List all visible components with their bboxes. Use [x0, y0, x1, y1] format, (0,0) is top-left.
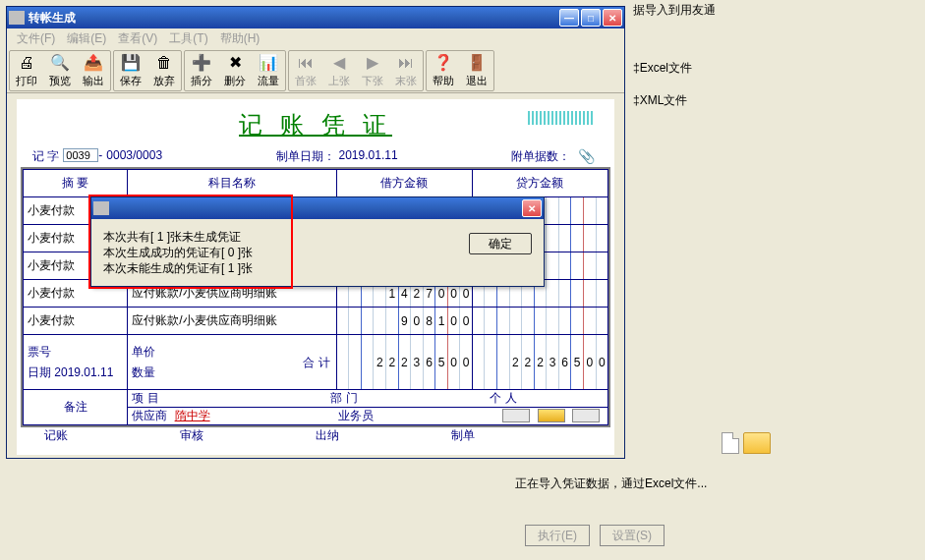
col-summary: 摘 要	[24, 170, 128, 197]
close-button[interactable]: ✕	[603, 9, 622, 27]
col-credit: 贷方金额	[472, 170, 607, 197]
preview-button[interactable]: 🔍预览	[43, 51, 77, 90]
prev-button[interactable]: ◀上张	[322, 51, 356, 90]
ok-button[interactable]: 确定	[469, 233, 532, 254]
seq1-input[interactable]	[63, 148, 98, 162]
footer-row: 票号 日期 2019.01.11 单价 数量 合 计 22236500 2223…	[24, 335, 608, 390]
credit-cell[interactable]	[472, 308, 607, 335]
table-row[interactable]: 小麦付款 应付账款/小麦供应商明细账 908100	[24, 308, 608, 335]
exit-icon: 🚪	[467, 53, 487, 73]
prev-icon: ◀	[329, 53, 349, 73]
export-button[interactable]: 📤输出	[77, 51, 110, 90]
debit-cell[interactable]: 908100	[336, 308, 472, 335]
voucher-header: 记 字 - 0003/0003 制单日期： 2019.01.11 附单据数： 📎	[21, 146, 610, 167]
folder-icon	[743, 432, 771, 454]
execute-button[interactable]: 执行(E)	[525, 525, 590, 546]
summary-cell[interactable]: 小麦付款	[24, 310, 127, 331]
menu-view[interactable]: 查看(V)	[112, 28, 163, 49]
flow-icon: 📊	[259, 53, 278, 73]
menu-tools[interactable]: 工具(T)	[163, 28, 213, 49]
mini-btn-1[interactable]	[502, 409, 530, 422]
dialog-message: 本次共有[ 1 ]张未生成凭证 本次生成成功的凭证有[ 0 ]张 本次未能生成的…	[103, 229, 469, 276]
right-panel: 据导入到用友通 ‡Excel文件 ‡XML文件	[629, 0, 924, 111]
last-button[interactable]: ⏭末张	[389, 51, 423, 90]
log-text: 正在导入凭证数据，通过Excel文件...	[515, 476, 707, 492]
subject-cell[interactable]: 应付账款/小麦供应商明细账	[128, 310, 336, 331]
app-icon	[9, 11, 25, 25]
next-button[interactable]: ▶下张	[356, 51, 389, 90]
discard-button[interactable]: 🗑放弃	[147, 51, 181, 90]
mini-btn-3[interactable]	[572, 409, 600, 422]
col-debit: 借方金额	[336, 170, 472, 197]
message-dialog: ✕ 本次共有[ 1 ]张未生成凭证 本次生成成功的凭证有[ 0 ]张 本次未能生…	[90, 196, 545, 287]
next-icon: ▶	[363, 53, 382, 73]
toolbar: 🖨打印 🔍预览 📤输出 💾保存 🗑放弃 ➕插分 ✖删分 📊流量 ⏮首张 ◀上张 …	[7, 48, 624, 93]
first-button[interactable]: ⏮首张	[289, 51, 322, 90]
app-icon	[93, 201, 109, 215]
insert-icon: ➕	[192, 53, 211, 73]
export-icon: 📤	[84, 53, 103, 73]
save-icon: 💾	[121, 53, 141, 73]
remark-row: 备注 项 目 部 门 个 人	[24, 390, 608, 408]
char-label: 记 字	[32, 148, 59, 165]
seq2-label: 0003/0003	[106, 148, 162, 165]
help-icon: ❓	[434, 53, 453, 73]
first-icon: ⏮	[296, 53, 316, 73]
date-value: 2019.01.11	[339, 148, 398, 165]
barcode-icon	[528, 111, 593, 125]
titlebar: 转帐生成 — □ ✕	[7, 7, 624, 28]
folder-icons	[722, 432, 771, 454]
menu-edit[interactable]: 编辑(E)	[61, 28, 112, 49]
preview-icon: 🔍	[50, 53, 70, 73]
flow-button[interactable]: 📊流量	[252, 51, 285, 90]
paperclip-icon[interactable]: 📎	[578, 148, 595, 165]
delete-button[interactable]: ✖删分	[218, 51, 252, 90]
supplier-value[interactable]: 隋中学	[175, 409, 210, 422]
total-label: 合 计	[303, 354, 329, 370]
maximize-button[interactable]: □	[581, 9, 601, 27]
date-label: 制单日期：	[276, 148, 335, 165]
save-button[interactable]: 💾保存	[114, 51, 147, 90]
total-credit: 22236500	[472, 335, 607, 390]
total-debit: 22236500	[336, 335, 472, 390]
dialog-titlebar: ✕	[91, 197, 544, 219]
printer-icon: 🖨	[17, 53, 36, 73]
help-button[interactable]: ❓帮助	[427, 51, 460, 90]
col-subject: 科目名称	[128, 170, 337, 197]
menubar: 文件(F) 编辑(E) 查看(V) 工具(T) 帮助(H)	[7, 28, 624, 48]
minimize-button[interactable]: —	[559, 9, 579, 27]
document-icon	[722, 432, 739, 454]
last-icon: ⏭	[396, 53, 416, 73]
menu-help[interactable]: 帮助(H)	[214, 28, 266, 49]
bottom-buttons: 执行(E) 设置(S)	[525, 525, 665, 546]
window-title: 转帐生成	[29, 10, 559, 27]
signature-row: 记账 审核 出纳 制单	[21, 425, 610, 446]
menu-file[interactable]: 文件(F)	[11, 28, 61, 49]
insert-button[interactable]: ➕插分	[185, 51, 218, 90]
mini-btn-2[interactable]	[538, 409, 565, 422]
discard-icon: 🗑	[154, 53, 174, 73]
settings-button[interactable]: 设置(S)	[600, 525, 665, 546]
exit-button[interactable]: 🚪退出	[460, 51, 493, 90]
attach-label: 附单据数：	[511, 148, 570, 165]
print-button[interactable]: 🖨打印	[10, 51, 43, 90]
delete-icon: ✖	[225, 53, 245, 73]
voucher-title: 记 账 凭 证	[21, 103, 610, 146]
dialog-close-button[interactable]: ✕	[522, 199, 542, 217]
